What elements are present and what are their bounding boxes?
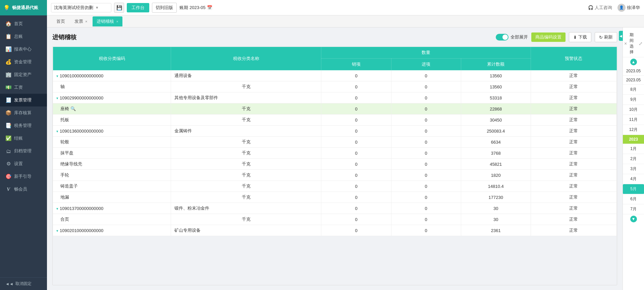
period-scroll-up[interactable]: ▲: [630, 59, 637, 65]
search-icon[interactable]: 🔍: [70, 106, 76, 111]
sidebar-item-label: 畅会员: [14, 186, 27, 192]
panel-expand-icon[interactable]: ⤢: [639, 41, 643, 46]
sidebar-item-label: 新手引导: [14, 173, 32, 179]
right-panel: ◀ × 期间选择 ⤢ ▲ 2023.052023.058月9月10月11月12月…: [623, 27, 644, 290]
period-list-item[interactable]: 8月: [623, 85, 644, 95]
sidebar-item-inventory[interactable]: 📦 库存核算: [0, 106, 47, 119]
collapse-icon: ◀: [620, 34, 622, 38]
download-button[interactable]: ⬇ 下载: [569, 32, 591, 42]
sidebar-logo-text: 畅捷通易代账: [12, 5, 38, 11]
period-list-item[interactable]: 12月: [623, 125, 644, 135]
calendar-icon[interactable]: 📅: [207, 5, 212, 10]
period-list: 2023.052023.058月9月10月11月12月20231月2月3月4月5…: [623, 67, 644, 214]
expand-icon[interactable]: ▾: [56, 207, 58, 211]
table-row-name: 其他专用设备及零部件: [171, 92, 321, 103]
expand-icon[interactable]: ▾: [56, 96, 58, 100]
table-row-total: 250083.4: [461, 126, 531, 137]
table-row-status: 正常: [531, 214, 616, 225]
workspace-button[interactable]: 工作台: [127, 3, 149, 12]
sidebar-item-tax[interactable]: 📑 税务管理: [0, 119, 47, 132]
table-row-code: ▾109013700000000000: [53, 203, 171, 214]
period-list-item[interactable]: 7月: [623, 204, 644, 214]
sidebar-item-guide[interactable]: 🎯 新手引导: [0, 170, 47, 183]
period-panel-header: × 期间选择 ⤢: [623, 30, 644, 57]
sidebar-footer-label: 取消固定: [15, 281, 32, 287]
product-code-button[interactable]: 商品编码设置: [531, 32, 566, 42]
period-list-item[interactable]: 2月: [623, 154, 644, 164]
sidebar-item-ledger[interactable]: 📋 总账: [0, 30, 47, 43]
period-list-item[interactable]: 10月: [623, 105, 644, 115]
headset-icon: 🎧: [588, 5, 593, 10]
avatar: 👤: [618, 4, 626, 12]
table-row-total: 13560: [461, 70, 531, 81]
table-row-total: 30: [461, 214, 531, 225]
table-row-name: 通用设备: [171, 70, 321, 81]
table-row-unit: 千克: [171, 159, 321, 170]
period-list-item[interactable]: 3月: [623, 164, 644, 174]
tab-invoice[interactable]: 发票 ×: [70, 16, 91, 26]
period-list-item[interactable]: 2023.05: [623, 67, 644, 76]
sidebar-item-funds[interactable]: 💰 资金管理: [0, 56, 47, 68]
table-row-name: 托板: [53, 115, 171, 126]
sidebar-item-invoice[interactable]: 🧾 发票管理: [0, 94, 47, 106]
period-list-item[interactable]: 4月: [623, 174, 644, 184]
sidebar-item-label: 库存核算: [14, 110, 32, 116]
table-row-unit: 千克: [171, 192, 321, 203]
tab-invoice-close[interactable]: ×: [85, 19, 87, 23]
sidebar-item-settlement[interactable]: ✅ 结账: [0, 132, 47, 145]
expand-icon[interactable]: ▾: [56, 74, 58, 78]
assets-icon: 🏢: [5, 72, 11, 78]
table-row-sales: 0: [321, 81, 391, 92]
period-list-item[interactable]: 11月: [623, 115, 644, 125]
toggle-switch[interactable]: [496, 34, 508, 41]
settlement-icon: ✅: [5, 135, 11, 141]
sidebar-item-settings[interactable]: ⚙ 设置: [0, 157, 47, 170]
switch-version-button[interactable]: 切到旧版: [152, 3, 177, 13]
sidebar-item-label: 首页: [14, 21, 23, 27]
sidebar-item-label: 报表中心: [14, 46, 32, 52]
table-row-purchase: 0: [391, 214, 461, 225]
sidebar-footer-unpin[interactable]: ◄◄ 取消固定: [0, 277, 47, 290]
period-list-item[interactable]: 1月: [623, 144, 644, 154]
table-row-name: 锻件、粉末冶金件: [171, 203, 321, 214]
sidebar-item-salary[interactable]: 💵 工资: [0, 81, 47, 94]
refresh-button[interactable]: ↻ 刷新: [595, 32, 617, 42]
table-row-total: 6634: [461, 137, 531, 148]
period-list-item[interactable]: 2023: [623, 135, 644, 144]
sidebar-item-reports[interactable]: 📊 报表中心: [0, 43, 47, 56]
main-area: 沈海英测试经营勿删 ▾ 💾 工作台 切到旧版 账期 2023-05 📅 🎧 人工…: [47, 0, 644, 290]
tab-reconcile-close[interactable]: ×: [116, 19, 118, 23]
period-list-item[interactable]: 9月: [623, 95, 644, 105]
logo-icon: 💡: [3, 5, 10, 11]
sidebar-item-home[interactable]: 🏠 首页: [0, 17, 47, 30]
chevron-down-icon: ▾: [96, 5, 98, 10]
table-row-name: 座椅 🔍: [53, 103, 171, 115]
panel-close-icon[interactable]: ×: [624, 41, 627, 46]
tab-home[interactable]: 首页: [52, 16, 69, 26]
table-row-total: 53318: [461, 92, 531, 103]
period-list-item[interactable]: 5月: [623, 184, 644, 194]
sidebar-item-member[interactable]: V 畅会员: [0, 183, 47, 196]
download-icon: ⬇: [573, 35, 577, 40]
save-button[interactable]: 💾: [114, 3, 124, 13]
period-list-item[interactable]: 6月: [623, 194, 644, 204]
sidebar-item-assets[interactable]: 🏢 固定资产: [0, 68, 47, 81]
expand-icon[interactable]: ▾: [56, 229, 58, 233]
help-button[interactable]: 🎧 人工咨询: [588, 5, 612, 11]
period-list-item[interactable]: 2023.05: [623, 76, 644, 85]
table-row-purchase: 0: [391, 81, 461, 92]
expand-icon[interactable]: ▾: [56, 129, 58, 133]
tab-invoice-label: 发票: [74, 18, 83, 24]
tab-reconcile[interactable]: 进销稽核 ×: [93, 16, 122, 26]
table-row-total: 30: [461, 203, 531, 214]
sidebar-item-archive[interactable]: 🗂 归档管理: [0, 145, 47, 157]
panel-collapse-button[interactable]: ◀: [619, 31, 623, 41]
expand-all-toggle[interactable]: 全部展开: [496, 34, 528, 41]
user-menu[interactable]: 👤 徐泽华: [618, 4, 640, 12]
company-selector[interactable]: 沈海英测试经营勿删 ▾: [51, 3, 111, 12]
sidebar-item-label: 固定资产: [14, 72, 32, 78]
period-scroll-down[interactable]: ▼: [630, 216, 637, 222]
table-row-status: 正常: [531, 70, 616, 81]
table-row-status: 正常: [531, 103, 616, 115]
sidebar-item-label: 资金管理: [14, 59, 32, 65]
